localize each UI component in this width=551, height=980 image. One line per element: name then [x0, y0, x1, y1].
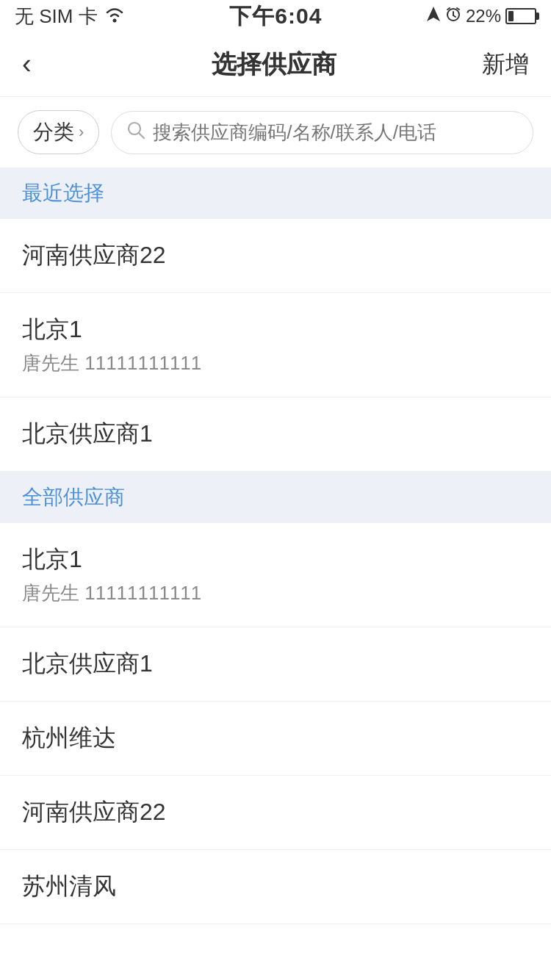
- item-name: 河南供应商22: [22, 239, 529, 272]
- alarm-icon: [445, 6, 461, 26]
- location-icon: [426, 6, 441, 26]
- recent-section-header: 最近选择: [0, 167, 551, 219]
- all-item-4[interactable]: 苏州清风: [0, 850, 551, 924]
- status-bar: 无 SIM 卡 下午6:04 22%: [0, 0, 551, 32]
- all-section-header: 全部供应商: [0, 472, 551, 523]
- status-time: 下午6:04: [229, 1, 322, 32]
- recent-item-0[interactable]: 河南供应商22: [0, 219, 551, 293]
- svg-line-4: [447, 8, 450, 10]
- recent-section-label: 最近选择: [22, 181, 104, 204]
- category-label: 分类: [33, 118, 74, 146]
- item-name: 北京1: [22, 544, 529, 576]
- recent-items-list: 河南供应商22 北京1 唐先生 11111111111 北京供应商1: [0, 219, 551, 472]
- all-item-3[interactable]: 河南供应商22: [0, 776, 551, 850]
- all-item-0[interactable]: 北京1 唐先生 11111111111: [0, 523, 551, 627]
- item-name: 杭州维达: [22, 722, 529, 754]
- all-item-2[interactable]: 杭州维达: [0, 702, 551, 776]
- status-right: 22%: [426, 6, 536, 26]
- battery-percentage: 22%: [466, 6, 501, 26]
- no-sim-text: 无 SIM 卡: [15, 4, 98, 29]
- all-item-1[interactable]: 北京供应商1: [0, 627, 551, 702]
- nav-title: 选择供应商: [212, 48, 336, 82]
- recent-item-1[interactable]: 北京1 唐先生 11111111111: [0, 293, 551, 397]
- item-sub: 唐先生 11111111111: [22, 350, 529, 376]
- search-icon: [126, 120, 145, 145]
- svg-line-3: [453, 15, 455, 17]
- recent-item-2[interactable]: 北京供应商1: [0, 397, 551, 472]
- svg-line-5: [457, 8, 459, 10]
- svg-point-0: [112, 18, 116, 22]
- back-button[interactable]: ‹: [22, 48, 66, 80]
- item-name: 苏州清风: [22, 871, 529, 903]
- all-section-label: 全部供应商: [22, 486, 125, 508]
- filter-bar: 分类 ›: [0, 97, 551, 167]
- search-box[interactable]: [111, 111, 533, 154]
- all-items-list: 北京1 唐先生 11111111111 北京供应商1 杭州维达 河南供应商22 …: [0, 523, 551, 924]
- item-name: 北京供应商1: [22, 418, 529, 450]
- add-button[interactable]: 新增: [482, 48, 529, 81]
- svg-line-7: [139, 133, 144, 138]
- wifi-icon: [104, 5, 126, 28]
- item-sub: 唐先生 11111111111: [22, 580, 529, 606]
- item-name: 北京供应商1: [22, 648, 529, 680]
- battery-icon: [505, 8, 536, 24]
- item-name: 河南供应商22: [22, 796, 529, 829]
- chevron-right-icon: ›: [79, 123, 84, 142]
- search-input[interactable]: [153, 121, 518, 144]
- item-name: 北京1: [22, 314, 529, 346]
- category-button[interactable]: 分类 ›: [18, 110, 99, 154]
- status-left: 无 SIM 卡: [15, 4, 126, 29]
- nav-bar: ‹ 选择供应商 新增: [0, 32, 551, 97]
